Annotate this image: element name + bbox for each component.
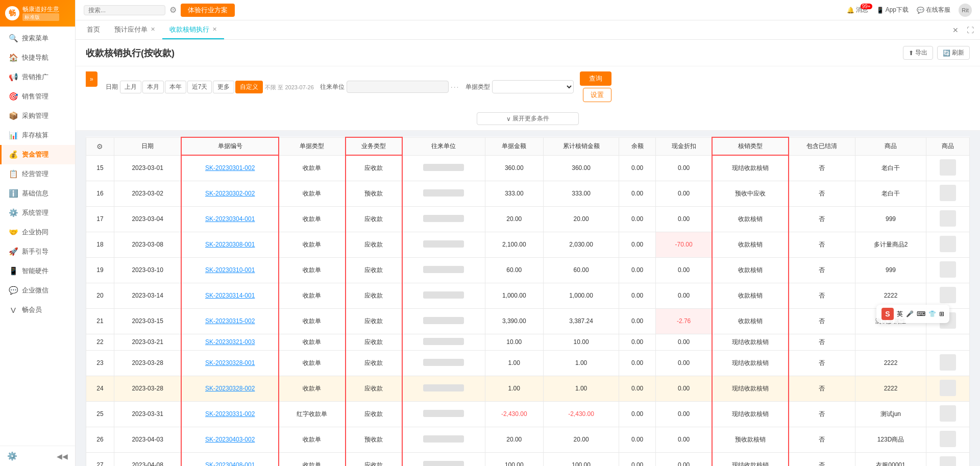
tab-collection-close[interactable]: ✕	[212, 26, 217, 33]
sidebar-item-search[interactable]: 🔍搜索菜单	[0, 29, 75, 48]
col-header-settings[interactable]: ⚙	[86, 137, 114, 155]
cell-product: 多计量商品2	[855, 232, 926, 257]
column-settings-icon[interactable]: ⚙	[96, 142, 103, 151]
cell-partner	[402, 181, 485, 206]
tab-prepay[interactable]: 预计应付单 ✕	[107, 21, 162, 39]
cell-no: 15	[86, 155, 114, 181]
doc-link[interactable]: SK-20230315-002	[205, 317, 255, 325]
doc-link[interactable]: SK-20230302-002	[205, 190, 255, 197]
cell-include: 否	[789, 334, 855, 350]
cell-biztype: 应收款	[346, 206, 403, 232]
cell-date: 2023-03-10	[114, 257, 181, 283]
doc-link[interactable]: SK-20230331-002	[205, 410, 255, 418]
cell-balance: 0.00	[619, 181, 656, 206]
cell-no: 27	[86, 452, 114, 466]
cell-discount: 0.00	[655, 350, 712, 376]
query-btn[interactable]: 查询	[580, 71, 611, 86]
date-btn-7days[interactable]: 近7天	[187, 81, 212, 93]
cell-biztype: 应收款	[346, 334, 403, 350]
cell-doctype: 收款单	[279, 283, 346, 308]
main-area: ⚙ 体验行业方案 🔔 99+ 消息 📱 App下载 💬 在线客服 Rit	[76, 0, 980, 466]
overlay-mic-icon[interactable]: 🎤	[906, 310, 914, 317]
doc-link[interactable]: SK-20230328-002	[205, 385, 255, 392]
sidebar-item-finance[interactable]: 💰资金管理	[0, 145, 75, 164]
cell-canceltype: 收款核销	[712, 283, 789, 308]
cell-docno: SK-20230315-002	[181, 308, 278, 334]
date-btn-more[interactable]: 更多	[213, 81, 234, 93]
overlay-grid-icon[interactable]: ⊞	[939, 310, 944, 317]
sidebar-item-quicknav[interactable]: 🏠快捷导航	[0, 48, 75, 67]
export-btn[interactable]: ⬆ 导出	[903, 46, 933, 60]
sidebar-icon-purchase: 📦	[9, 111, 18, 120]
cell-biztype: 应收款	[346, 376, 403, 401]
industry-btn[interactable]: 体验行业方案	[181, 4, 235, 17]
filter-expand-btn[interactable]: »	[86, 71, 97, 87]
doc-link[interactable]: SK-20230408-001	[205, 461, 255, 466]
app-download-btn[interactable]: 📱 App下载	[876, 6, 909, 14]
sidebar-item-basic[interactable]: ℹ️基础信息	[0, 184, 75, 203]
filter-row: 日期 上月 本月 本年 近7天 更多 自定义 不限 至 2023-07-26 往…	[106, 71, 970, 102]
sidebar-item-inventory[interactable]: 📊库存核算	[0, 126, 75, 145]
cell-docno: SK-20230310-001	[181, 257, 278, 283]
date-btn-thisyear[interactable]: 本年	[165, 81, 186, 93]
doc-link[interactable]: SK-20230310-001	[205, 266, 255, 274]
sidebar-item-hardware[interactable]: 📱智能硬件	[0, 261, 75, 281]
doctype-select[interactable]	[492, 80, 574, 93]
table-header-row: ⚙ 日期 单据编号 单据类型 业务类型 往来单位 单据金额 累计核销金额 余额 …	[86, 137, 970, 155]
doc-link[interactable]: SK-20230403-002	[205, 436, 255, 443]
tab-prepay-close[interactable]: ✕	[151, 26, 155, 33]
table-row: 19 2023-03-10 SK-20230310-001 收款单 应收款 60…	[86, 257, 970, 283]
doc-link[interactable]: SK-20230308-001	[205, 241, 255, 248]
product-thumbnail	[940, 261, 956, 278]
sidebar-icon-system: ⚙️	[9, 208, 18, 217]
date-btn-lastmonth[interactable]: 上月	[120, 81, 141, 93]
sidebar-item-operations[interactable]: 📋经营管理	[0, 164, 75, 184]
cell-partner	[402, 427, 485, 452]
message-icon[interactable]: 🔔 99+ 消息	[847, 6, 868, 14]
cell-partner	[402, 283, 485, 308]
filter-settings-btn[interactable]: 设置	[583, 88, 611, 102]
doc-link[interactable]: SK-20230301-002	[205, 164, 255, 171]
sidebar-item-system[interactable]: ⚙️系统管理	[0, 203, 75, 223]
sidebar-item-guide[interactable]: 🚀新手引导	[0, 242, 75, 261]
date-btn-custom[interactable]: 自定义	[235, 81, 263, 93]
cell-no: 24	[86, 376, 114, 401]
sidebar-item-member[interactable]: V畅会员	[0, 300, 75, 320]
doc-link[interactable]: SK-20230321-003	[205, 338, 255, 346]
cell-acc-amount: 1.00	[543, 350, 619, 376]
cell-amount: -2,430.00	[485, 401, 543, 427]
cell-biztype: 预收款	[346, 427, 403, 452]
cell-doctype: 收款单	[279, 334, 346, 350]
sidebar-item-purchase[interactable]: 📦采购管理	[0, 106, 75, 126]
online-service-btn[interactable]: 💬 在线客服	[917, 6, 950, 14]
overlay-keyboard-icon[interactable]: ⌨	[917, 310, 925, 317]
expand-more-btn[interactable]: ∨ 展开更多条件	[477, 112, 579, 125]
collapse-icon[interactable]: ◀◀	[57, 452, 68, 460]
sidebar-item-collab[interactable]: 🤝企业协同	[0, 223, 75, 242]
tab-close-all[interactable]: ✕	[950, 25, 961, 35]
sidebar-item-sales[interactable]: 🎯销售管理	[0, 87, 75, 106]
settings-icon[interactable]: ⚙️	[7, 451, 17, 461]
sidebar-icon-basic: ℹ️	[9, 189, 18, 198]
doc-link[interactable]: SK-20230304-001	[205, 215, 255, 223]
date-btn-thismonth[interactable]: 本月	[142, 81, 164, 93]
doc-link[interactable]: SK-20230314-001	[205, 292, 255, 299]
tab-collection[interactable]: 收款核销执行 ✕	[162, 21, 224, 39]
search-input[interactable]	[84, 5, 165, 15]
refresh-btn[interactable]: 🔄 刷新	[937, 46, 970, 60]
cell-product: 老白干	[855, 155, 926, 181]
gear-icon[interactable]: ⚙	[169, 5, 177, 15]
tab-home[interactable]: 首页	[80, 21, 107, 39]
tab-fullscreen[interactable]: ⛶	[965, 25, 976, 35]
user-avatar[interactable]: Rit	[959, 4, 972, 17]
sidebar-item-wechat[interactable]: 💬企业微信	[0, 281, 75, 300]
doc-link[interactable]: SK-20230328-001	[205, 359, 255, 366]
sidebar-item-marketing[interactable]: 📢营销推广	[0, 67, 75, 87]
cell-include: 否	[789, 181, 855, 206]
export-icon: ⬆	[909, 50, 914, 57]
cell-include: 否	[789, 376, 855, 401]
cell-no: 18	[86, 232, 114, 257]
partner-input[interactable]	[347, 81, 449, 93]
overlay-shirt-icon[interactable]: 👕	[928, 310, 936, 317]
cell-product-img	[926, 206, 970, 232]
